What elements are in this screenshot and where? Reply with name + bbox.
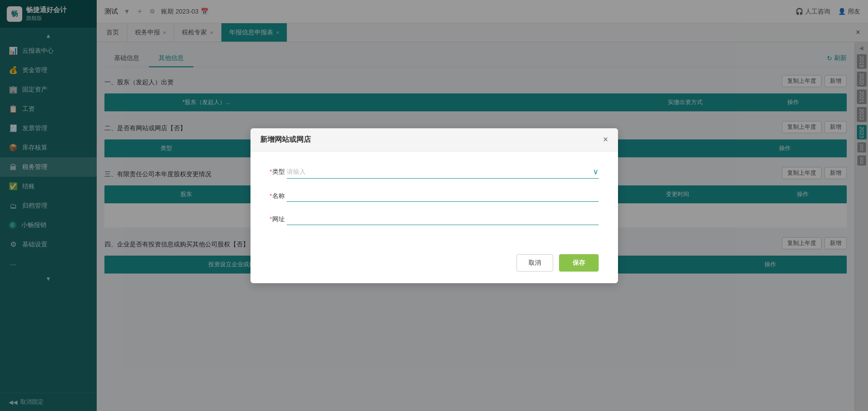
save-button[interactable]: 保存 bbox=[559, 254, 599, 272]
type-input-wrap: ∨ bbox=[287, 165, 599, 179]
name-input-wrap bbox=[287, 190, 599, 202]
name-label: *名称 bbox=[270, 192, 285, 200]
url-label: *网址 bbox=[270, 215, 285, 224]
required-marker-name: * bbox=[270, 192, 272, 199]
dialog-close-button[interactable]: × bbox=[603, 135, 608, 144]
dialog-title: 新增网站或网店 bbox=[260, 135, 311, 144]
form-field-type: *类型 ∨ bbox=[270, 165, 599, 179]
add-website-dialog: 新增网站或网店 × *类型 ∨ *名称 bbox=[250, 128, 618, 283]
required-marker: * bbox=[270, 168, 272, 175]
dialog-header: 新增网站或网店 × bbox=[250, 128, 618, 152]
form-field-url: *网址 bbox=[270, 213, 599, 225]
type-dropdown-icon[interactable]: ∨ bbox=[593, 167, 599, 176]
type-label: *类型 bbox=[270, 167, 285, 176]
form-field-name: *名称 bbox=[270, 190, 599, 202]
cancel-button[interactable]: 取消 bbox=[516, 254, 553, 272]
type-input[interactable] bbox=[287, 168, 593, 175]
required-marker-url: * bbox=[270, 215, 272, 223]
dialog-body: *类型 ∨ *名称 *网址 bbox=[250, 152, 618, 246]
url-input[interactable] bbox=[287, 215, 599, 223]
dialog-overlay[interactable]: 新增网站或网店 × *类型 ∨ *名称 bbox=[0, 0, 868, 411]
url-input-wrap bbox=[287, 213, 599, 225]
name-input[interactable] bbox=[287, 192, 599, 199]
dialog-footer: 取消 保存 bbox=[250, 246, 618, 283]
